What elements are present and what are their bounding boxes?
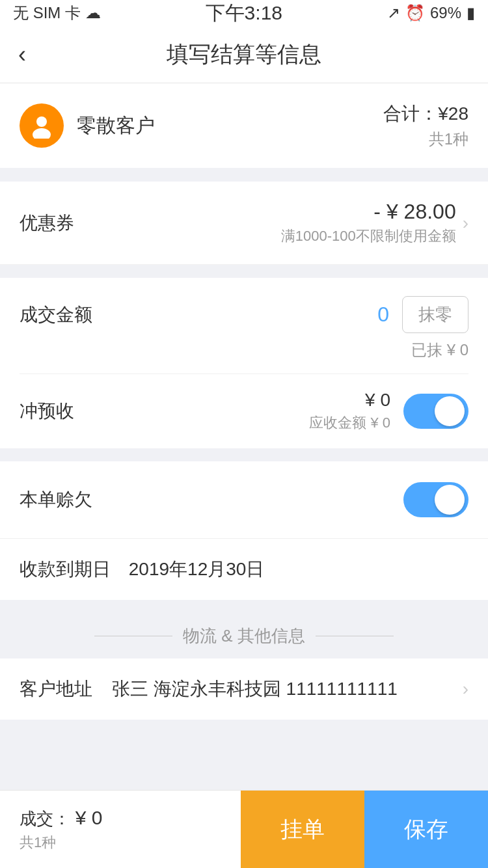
- prepay-row: 冲预收 ¥ 0 应收金额 ¥ 0: [0, 374, 488, 448]
- bottom-count: 共1种: [20, 833, 221, 852]
- debt-toggle[interactable]: [403, 482, 468, 517]
- address-chevron-icon: ›: [463, 679, 468, 699]
- due-date-value: 2019年12月30日: [129, 559, 265, 579]
- coupon-label: 优惠券: [20, 211, 74, 236]
- nav-bar: ‹ 填写结算等信息: [0, 26, 488, 83]
- hold-order-button[interactable]: 挂单: [241, 791, 364, 868]
- debt-section: 本单赊欠 收款到期日 2019年12月30日: [0, 461, 488, 600]
- address-value: 张三 海淀永丰科技园 11111111111: [112, 677, 463, 701]
- bottom-deal-amount: ¥ 0: [75, 807, 103, 828]
- address-section: 客户地址 张三 海淀永丰科技园 11111111111 ›: [0, 658, 488, 720]
- status-right: ↗ ⏰ 69% ▮: [387, 4, 475, 22]
- coupon-discount: - ¥ 28.00: [281, 200, 456, 224]
- status-left: 无 SIM 卡 ☁: [13, 3, 101, 23]
- customer-total: 合计：¥28: [383, 102, 468, 126]
- toggle-knob: [435, 396, 465, 426]
- status-bar: 无 SIM 卡 ☁ 下午3:18 ↗ ⏰ 69% ▮: [0, 0, 488, 26]
- deal-right: 0 抹零: [377, 296, 468, 333]
- no-sim-text: 无 SIM 卡 ☁: [13, 3, 101, 23]
- prepay-amount: ¥ 0: [309, 390, 390, 411]
- bottom-deal-label: 成交：: [20, 809, 70, 828]
- customer-section: 零散客户 合计：¥28 共1种: [0, 83, 488, 169]
- svg-point-1: [33, 128, 51, 139]
- deal-sub-text: 已抹 ¥ 0: [0, 340, 488, 373]
- content-area: 零散客户 合计：¥28 共1种 优惠券 - ¥ 28.00 满1000-100不…: [0, 83, 488, 868]
- coupon-section: 优惠券 - ¥ 28.00 满1000-100不限制使用金额 ›: [0, 182, 488, 265]
- prepay-right: ¥ 0 应收金额 ¥ 0: [309, 390, 468, 433]
- back-button[interactable]: ‹: [18, 41, 26, 68]
- coupon-row[interactable]: 优惠券 - ¥ 28.00 满1000-100不限制使用金额 ›: [0, 182, 488, 265]
- location-icon: ↗: [387, 4, 400, 22]
- bottom-deal-row: 成交： ¥ 0: [20, 807, 221, 830]
- debt-toggle-knob: [435, 485, 465, 515]
- alarm-icon: ⏰: [405, 4, 425, 22]
- coupon-right: - ¥ 28.00 满1000-100不限制使用金额 ›: [281, 200, 468, 246]
- deal-section: 成交金额 0 抹零 已抹 ¥ 0 冲预收 ¥ 0 应收金额 ¥ 0: [0, 278, 488, 448]
- save-button[interactable]: 保存: [364, 791, 488, 868]
- customer-info-right: 合计：¥28 共1种: [383, 102, 468, 150]
- coupon-desc: 满1000-100不限制使用金额: [281, 226, 456, 246]
- bottom-bar: 成交： ¥ 0 共1种 挂单 保存: [0, 790, 488, 868]
- deal-row: 成交金额 0 抹零: [0, 278, 488, 340]
- logistics-title: 物流 & 其他信息: [183, 625, 305, 647]
- customer-left: 零散客户: [20, 103, 155, 148]
- prepay-toggle[interactable]: [403, 394, 468, 429]
- logistics-right-divider: [316, 636, 394, 636]
- customer-avatar: [20, 103, 64, 148]
- customer-name: 零散客户: [77, 113, 155, 139]
- due-date-row[interactable]: 收款到期日 2019年12月30日: [0, 538, 488, 600]
- battery-icon: ▮: [467, 4, 475, 22]
- debt-label: 本单赊欠: [20, 487, 92, 512]
- nav-title: 填写结算等信息: [167, 40, 321, 70]
- deal-amount-value[interactable]: 0: [377, 303, 389, 327]
- address-row[interactable]: 客户地址 张三 海淀永丰科技园 11111111111 ›: [0, 658, 488, 720]
- address-label: 客户地址: [20, 677, 92, 701]
- logistics-header: 物流 & 其他信息: [0, 613, 488, 658]
- due-date-label: 收款到期日: [20, 559, 111, 579]
- customer-count: 共1种: [383, 129, 468, 150]
- coupon-info: - ¥ 28.00 满1000-100不限制使用金额: [281, 200, 456, 246]
- status-time: 下午3:18: [206, 0, 282, 27]
- svg-point-0: [36, 116, 47, 127]
- round-zero-button[interactable]: 抹零: [402, 296, 468, 333]
- coupon-chevron-icon: ›: [463, 213, 468, 234]
- battery-text: 69%: [430, 4, 461, 22]
- bottom-info: 成交： ¥ 0 共1种: [0, 791, 241, 868]
- logistics-left-divider: [94, 636, 172, 636]
- prepay-sub: 应收金额 ¥ 0: [309, 413, 390, 433]
- customer-row[interactable]: 零散客户 合计：¥28 共1种: [0, 83, 488, 169]
- debt-row: 本单赊欠: [0, 461, 488, 538]
- prepay-label: 冲预收: [20, 399, 74, 424]
- prepay-info: ¥ 0 应收金额 ¥ 0: [309, 390, 390, 433]
- deal-amount-label: 成交金额: [20, 303, 92, 327]
